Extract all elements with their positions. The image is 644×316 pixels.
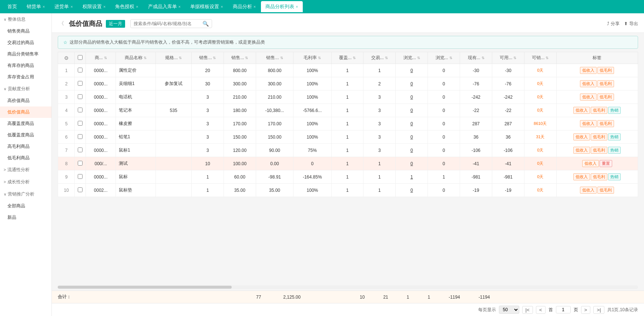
col-gear[interactable]: ⚙ <box>58 52 75 64</box>
nav-product-analysis[interactable]: 商品分析 × <box>228 1 260 12</box>
nav-role-auth-close[interactable]: × <box>136 4 138 9</box>
browse-link[interactable]: 0 <box>410 161 413 166</box>
next-page-button[interactable]: > <box>581 306 591 314</box>
nav-product-analysis-list[interactable]: 商品分析列表 × <box>261 1 302 12</box>
sidebar-item-sales-goods[interactable]: 销售类商品 <box>0 26 51 37</box>
browse-link[interactable]: 0 <box>410 135 413 140</box>
sidebar-item-inventory-fund[interactable]: 库存资金占用 <box>0 71 51 83</box>
row-browse1[interactable]: 0 <box>396 64 428 77</box>
nav-permissions-close[interactable]: × <box>103 4 105 9</box>
row-checkbox[interactable] <box>78 134 83 139</box>
sidebar-item-category-sales-rate[interactable]: 商品分类销售率 <box>0 48 51 60</box>
browse-link[interactable]: 0 <box>410 188 413 193</box>
row-browse1[interactable]: 0 <box>396 77 428 91</box>
sort-icon-8[interactable]: ⇅ <box>353 56 356 60</box>
prev-page-button[interactable]: < <box>536 306 546 314</box>
sidebar-item-low-margin[interactable]: 低毛利商品 <box>0 152 51 164</box>
select-all-checkbox[interactable] <box>78 55 83 60</box>
sort-icon-3[interactable]: ⇅ <box>179 56 182 60</box>
search-input[interactable] <box>134 21 200 26</box>
row-checkbox-cell[interactable] <box>75 130 86 144</box>
page-size-select[interactable]: 50 100 <box>499 306 519 314</box>
sort-icon-10[interactable]: ⇅ <box>417 56 420 60</box>
nav-purchase-order[interactable]: 进货单 × <box>50 1 77 12</box>
row-checkbox[interactable] <box>78 121 83 126</box>
sidebar-section-overall[interactable]: ∨ 整体信息 <box>0 13 51 26</box>
nav-product-inbound[interactable]: 产成品入库单 × <box>144 1 185 12</box>
sidebar-item-traded-goods[interactable]: 交易过的商品 <box>0 37 51 48</box>
row-checkbox[interactable] <box>78 187 83 192</box>
nav-sales-order[interactable]: 销货单 × <box>22 1 49 12</box>
sidebar-item-low-value[interactable]: 低价值商品 <box>0 106 51 118</box>
sort-icon[interactable]: ⇅ <box>104 56 107 60</box>
sort-icon-5[interactable]: ⇅ <box>245 56 248 60</box>
nav-home[interactable]: 首页 <box>3 1 21 12</box>
nav-template-settings[interactable]: 单据模板设置 × <box>186 1 227 12</box>
browse-link[interactable]: 0 <box>410 68 413 73</box>
row-checkbox-cell[interactable] <box>75 91 86 104</box>
last-page-button[interactable]: >| <box>593 306 604 314</box>
row-checkbox[interactable] <box>78 108 83 112</box>
sort-icon-9[interactable]: ⇅ <box>385 56 388 60</box>
horizontal-scrollbar[interactable] <box>58 285 638 289</box>
nav-sales-order-close[interactable]: × <box>43 4 45 9</box>
browse-link[interactable]: 1 <box>410 174 413 180</box>
nav-role-auth[interactable]: 角色授权 × <box>111 1 142 12</box>
browse-link[interactable]: 0 <box>410 81 413 86</box>
sidebar-item-low-coverage[interactable]: 低覆盖度商品 <box>0 129 51 141</box>
sidebar-item-new-goods[interactable]: 新品 <box>0 212 51 223</box>
browse-link[interactable]: 0 <box>410 95 413 100</box>
first-page-button[interactable]: |< <box>522 306 533 314</box>
row-browse1[interactable]: 0 <box>396 157 428 170</box>
row-checkbox-cell[interactable] <box>75 144 86 157</box>
sidebar-section-contribution[interactable]: ∨ 贡献度分析 <box>0 83 51 95</box>
browse-link[interactable]: 0 <box>410 148 413 153</box>
row-browse1[interactable]: 0 <box>396 104 428 117</box>
row-browse1[interactable]: 0 <box>396 91 428 104</box>
sort-icon-14[interactable]: ⇅ <box>546 56 549 60</box>
collapse-button[interactable]: 《 <box>58 17 65 30</box>
row-checkbox[interactable] <box>78 147 83 152</box>
sort-icon-11[interactable]: ⇅ <box>449 56 452 60</box>
nav-product-inbound-close[interactable]: × <box>178 4 181 9</box>
nav-purchase-order-close[interactable]: × <box>70 4 73 9</box>
sidebar-item-in-stock-goods[interactable]: 有库存的商品 <box>0 60 51 71</box>
row-checkbox[interactable] <box>78 94 83 99</box>
row-checkbox[interactable] <box>78 161 83 166</box>
sort-icon-6[interactable]: ⇅ <box>280 56 283 60</box>
row-checkbox[interactable] <box>78 81 83 86</box>
nav-permissions[interactable]: 权限设置 × <box>78 1 110 12</box>
sidebar-item-all-goods[interactable]: 全部商品 <box>0 200 51 212</box>
row-checkbox-cell[interactable] <box>75 77 86 91</box>
sidebar-section-marketing[interactable]: ∨ 营销推广分析 <box>0 188 51 200</box>
row-browse1[interactable]: 1 <box>396 170 428 184</box>
search-icon[interactable]: 🔍 <box>202 21 209 27</box>
row-checkbox[interactable] <box>78 174 83 179</box>
sidebar-section-circulation[interactable]: > 流通性分析 <box>0 164 51 176</box>
nav-product-analysis-list-close[interactable]: × <box>296 4 298 9</box>
row-browse1[interactable]: 0 <box>396 130 428 144</box>
scrollbar-thumb[interactable] <box>58 286 232 289</box>
browse-link[interactable]: 0 <box>410 108 413 113</box>
col-checkbox[interactable] <box>75 52 86 64</box>
export-button[interactable]: ⬆ 导出 <box>624 21 638 27</box>
row-browse1[interactable]: 0 <box>396 117 428 130</box>
row-checkbox[interactable] <box>78 68 83 72</box>
sidebar-item-high-value[interactable]: 高价值商品 <box>0 95 51 106</box>
nav-product-analysis-close[interactable]: × <box>254 4 256 9</box>
sidebar-item-high-coverage[interactable]: 高覆盖度商品 <box>0 118 51 129</box>
row-checkbox-cell[interactable] <box>75 117 86 130</box>
gear-icon[interactable]: ⚙ <box>64 55 69 61</box>
sidebar-section-growth[interactable]: > 成长性分析 <box>0 176 51 188</box>
filter-tag-month[interactable]: 近一月 <box>106 20 125 28</box>
nav-template-settings-close[interactable]: × <box>221 4 223 9</box>
sort-icon-2[interactable]: ⇅ <box>144 56 147 60</box>
table-container[interactable]: ⚙ 商...⇅ 商品名称⇅ 规格...⇅ 销售...⇅ 销售...⇅ 销售...… <box>58 52 638 285</box>
share-button[interactable]: ⤴ 分享 <box>607 21 620 27</box>
sort-icon-13[interactable]: ⇅ <box>513 56 516 60</box>
row-checkbox-cell[interactable] <box>75 170 86 184</box>
row-checkbox-cell[interactable] <box>75 64 86 77</box>
row-checkbox-cell[interactable] <box>75 104 86 117</box>
row-checkbox-cell[interactable] <box>75 184 86 197</box>
browse-link[interactable]: 0 <box>410 121 413 126</box>
